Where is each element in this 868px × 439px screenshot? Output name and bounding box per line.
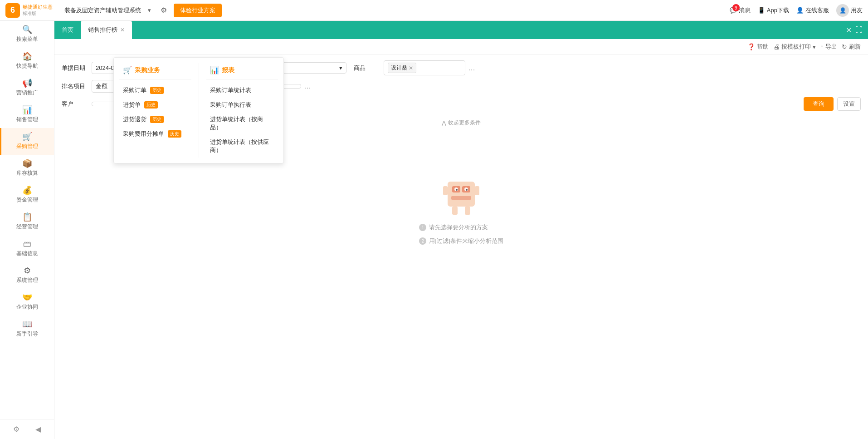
header-center: 装备及固定资产辅助管理系统 ▾ ⚙ 体验行业方案 <box>60 4 730 17</box>
sidebar-footer-collapse[interactable]: ◀ <box>35 425 41 434</box>
header-right: 💬 9 消息 📱 App下载 👤 在线客服 👤 用友 <box>730 4 863 17</box>
return-history-tag: 历史 <box>150 116 164 123</box>
sidebar-item-basic[interactable]: 🗃 基础信息 <box>0 235 54 262</box>
sidebar-item-quicknav[interactable]: 🏠 快捷导航 <box>0 48 54 74</box>
sidebar: 🔍 搜索菜单 🏠 快捷导航 📢 营销推广 📊 销售管理 🛒 采购管理 📦 库存核… <box>0 21 54 439</box>
svg-rect-5 <box>475 186 479 195</box>
sidebar-label-quicknav: 快捷导航 <box>16 62 38 70</box>
export-icon: ↑ <box>820 43 824 50</box>
product-filter-item: 商品 设计桑 ✕ … <box>354 60 475 75</box>
message-badge: 9 <box>732 4 740 11</box>
print-btn[interactable]: 🖨 按模板打印 ▾ <box>773 43 816 51</box>
user-avatar: 👤 <box>836 4 849 17</box>
search-icon: 🔍 <box>22 25 32 34</box>
product-input[interactable]: 设计桑 ✕ <box>384 60 465 75</box>
empty-illustration <box>434 173 488 218</box>
product-tag-close[interactable]: ✕ <box>409 65 413 71</box>
sales-icon: 📊 <box>22 106 32 114</box>
logo-text: 畅捷通好生意 <box>23 4 53 10</box>
home-icon: 🏠 <box>22 52 32 60</box>
purchase-col: 🛒 采购业务 采购订单 历史 进货单 历史 进货退货 历史 <box>114 63 197 158</box>
sidebar-label-operations: 经营管理 <box>16 223 38 231</box>
report-col: 📊 报表 采购订单统计表 采购订单执行表 进货单统计表（按商品） 进货单统计表（… <box>201 63 284 158</box>
tab-expand-btn[interactable]: ⛶ <box>855 26 863 34</box>
sidebar-label-sales: 销售管理 <box>16 116 38 123</box>
inbound-history-tag: 历史 <box>144 101 158 109</box>
logo-area: 6 畅捷通好生意 标准版 <box>5 3 60 18</box>
system-dropdown-btn[interactable]: ▾ <box>145 6 154 15</box>
report-col-icon: 📊 <box>210 66 219 74</box>
logo-tag: 标准版 <box>23 10 53 17</box>
sidebar-item-purchase[interactable]: 🛒 采购管理 <box>0 128 54 155</box>
sidebar-label-marketing: 营销推广 <box>16 89 38 97</box>
tab-home-label: 首页 <box>62 26 73 34</box>
report-col-title: 📊 报表 <box>206 63 278 79</box>
dropdown-item-inbound[interactable]: 进货单 历史 <box>119 98 191 112</box>
sidebar-footer-settings[interactable]: ⚙ <box>13 425 20 434</box>
system-icon: ⚙ <box>24 266 31 275</box>
tab-home[interactable]: 首页 <box>54 21 81 39</box>
dropdown-item-order-exec[interactable]: 采购订单执行表 <box>206 98 278 112</box>
dropdown-item-return[interactable]: 进货退货 历史 <box>119 112 191 127</box>
dropdown-item-inbound-by-product[interactable]: 进货单统计表（按商品） <box>206 112 278 135</box>
system-title: 装备及固定资产辅助管理系统 <box>64 6 141 15</box>
inbound-by-product-label: 进货单统计表（按商品） <box>210 115 275 132</box>
product-tag-label: 设计桑 <box>391 64 407 72</box>
print-dropdown-icon[interactable]: ▾ <box>813 44 816 50</box>
system-settings-btn[interactable]: ⚙ <box>157 4 170 17</box>
report-col-label: 报表 <box>222 66 234 74</box>
export-label: 导出 <box>825 43 837 51</box>
sidebar-item-sales[interactable]: 📊 销售管理 <box>0 101 54 128</box>
message-btn[interactable]: 💬 9 消息 <box>730 6 751 15</box>
dropdown-item-purchase-order[interactable]: 采购订单 历史 <box>119 83 191 98</box>
sidebar-item-operations[interactable]: 📋 经营管理 <box>0 208 54 235</box>
print-icon: 🖨 <box>773 43 780 50</box>
refresh-icon: ↻ <box>842 43 847 50</box>
empty-tip-2: 用[过滤]条件来缩小分析范围 <box>429 237 503 245</box>
sidebar-item-search[interactable]: 🔍 搜索菜单 <box>0 21 54 48</box>
refresh-btn[interactable]: ↻ 刷新 <box>842 43 861 51</box>
staff-ellipsis-btn[interactable]: … <box>304 82 311 90</box>
order-stat-label: 采购订单统计表 <box>210 86 251 94</box>
user-label: 用友 <box>851 6 863 15</box>
page-content: ❓ 帮助 🖨 按模板打印 ▾ ↑ 导出 ↻ 刷新 <box>54 39 868 439</box>
dropdown-item-expense[interactable]: 采购费用分摊单 历史 <box>119 127 191 141</box>
settings-small-btn[interactable]: 设置 <box>837 97 861 111</box>
tab-close-all-btn[interactable]: ✕ <box>846 26 852 35</box>
sidebar-label-purchase: 采购管理 <box>16 143 38 150</box>
help-btn[interactable]: ❓ 帮助 <box>747 43 769 51</box>
user-btn[interactable]: 👤 用友 <box>836 4 863 17</box>
sidebar-item-marketing[interactable]: 📢 营销推广 <box>0 74 54 101</box>
product-tag: 设计桑 ✕ <box>388 63 416 73</box>
product-ellipsis-btn[interactable]: … <box>468 64 475 72</box>
expense-history-tag: 历史 <box>168 130 181 138</box>
sidebar-item-inventory[interactable]: 📦 库存核算 <box>0 155 54 182</box>
tab-sales-rank[interactable]: 销售排行榜 ✕ <box>81 21 132 39</box>
purchase-col-icon: 🛒 <box>123 66 132 74</box>
product-label: 商品 <box>354 64 381 72</box>
sidebar-item-system[interactable]: ⚙ 系统管理 <box>0 262 54 289</box>
dropdown-item-order-stat[interactable]: 采购订单统计表 <box>206 83 278 98</box>
app-download-btn[interactable]: 📱 App下载 <box>758 6 789 15</box>
export-btn[interactable]: ↑ 导出 <box>820 43 837 51</box>
dropdown-item-inbound-by-supplier[interactable]: 进货单统计表（按供应商） <box>206 135 278 158</box>
sidebar-item-newbie[interactable]: 📖 新手引导 <box>0 316 54 342</box>
tab-close-icon[interactable]: ✕ <box>120 27 125 33</box>
industry-btn[interactable]: 体验行业方案 <box>174 4 222 17</box>
svg-rect-7 <box>465 207 470 215</box>
sidebar-item-enterprise[interactable]: 🤝 企业协同 <box>0 289 54 316</box>
tab-bar: 首页 销售排行榜 ✕ ✕ ⛶ <box>54 21 868 39</box>
empty-tips: 1 请先选择要分析的方案 2 用[过滤]条件来缩小分析范围 <box>419 223 503 248</box>
service-label: 在线客服 <box>805 6 829 15</box>
sidebar-item-capital[interactable]: 💰 资金管理 <box>0 182 54 208</box>
tab-bar-actions: ✕ ⛶ <box>846 26 868 35</box>
collapse-icon: ⋀ <box>442 120 446 126</box>
svg-point-10 <box>456 189 458 191</box>
purchase-order-label: 采购订单 <box>123 86 146 94</box>
query-btn[interactable]: 查询 <box>804 97 834 111</box>
online-service-btn[interactable]: 👤 在线客服 <box>796 6 829 15</box>
top-header: 6 畅捷通好生意 标准版 装备及固定资产辅助管理系统 ▾ ⚙ 体验行业方案 💬 … <box>0 0 868 21</box>
purchase-col-title: 🛒 采购业务 <box>119 63 191 79</box>
basic-icon: 🗃 <box>23 240 31 248</box>
expense-label: 采购费用分摊单 <box>123 130 164 138</box>
